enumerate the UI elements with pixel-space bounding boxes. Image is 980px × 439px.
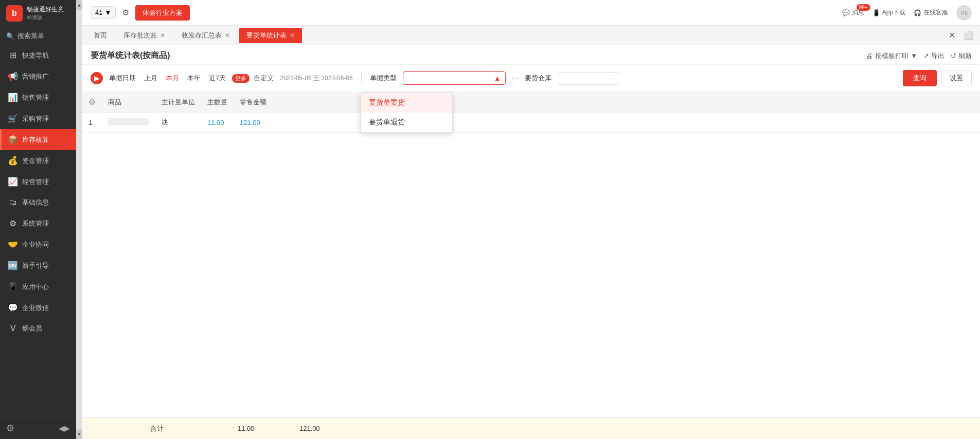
maximize-tab-btn[interactable]: ⬜ <box>961 29 976 41</box>
store-selector[interactable]: 41 ▼ <box>91 6 116 19</box>
phone-icon: 📱 <box>872 9 880 16</box>
messages-badge: 99+ <box>857 4 870 11</box>
last-month-btn[interactable]: 上月 <box>142 72 159 84</box>
sidebar-item-apps[interactable]: 📱 应用中心 <box>0 276 76 297</box>
store-chevron-icon: ▼ <box>104 9 111 16</box>
last-7days-btn[interactable]: 近7天 <box>207 72 228 84</box>
sidebar-item-wechat[interactable]: 💬 企业微信 <box>0 297 76 318</box>
table-footer: 合计 11.00 121.00 <box>82 417 980 439</box>
nav-label-enterprise: 企业协同 <box>22 240 49 249</box>
sidebar-item-guide[interactable]: 🆕 新手引导 <box>0 255 76 276</box>
refresh-btn[interactable]: ↺ 刷新 <box>951 51 972 61</box>
sidebar-item-marketing[interactable]: 📢 营销推广 <box>0 66 76 87</box>
filter-expand-btn[interactable]: ▶ <box>91 72 103 84</box>
app-title: 畅捷通好生意 <box>27 6 64 14</box>
search-icon: 🔍 <box>6 32 14 40</box>
tab-order-stats[interactable]: 要货单统计表✕ <box>239 28 302 43</box>
search-label: 搜索菜单 <box>17 31 44 41</box>
nav-icon-operations: 📈 <box>8 177 18 187</box>
nav-icon-system: ⚙ <box>8 218 18 228</box>
dropdown-item-require-order[interactable]: 要货单要货 <box>361 93 452 113</box>
nav-icon-quick-nav: ⊞ <box>8 50 18 60</box>
filter-bar: ▶ 单据日期 上月 本月 本年 近7天 更多 自定义 2023-05-06 至 … <box>82 65 980 92</box>
this-month-btn[interactable]: 本月 <box>164 72 181 84</box>
type-input[interactable] <box>407 75 494 82</box>
collapse-icon[interactable]: ◀▶ <box>59 424 70 432</box>
col-retail-amount: 零售金额 <box>234 92 273 113</box>
export-btn[interactable]: ↗ 导出 <box>923 51 945 61</box>
sidebar-item-enterprise[interactable]: 🤝 企业协同 <box>0 234 76 255</box>
sidebar-item-sales[interactable]: 📊 销售管理 <box>0 87 76 108</box>
more-badge[interactable]: 更多 <box>232 74 250 83</box>
sidebar-scrollbar: ▲ ▼ <box>76 0 82 439</box>
sidebar-item-inventory[interactable]: 📦 库存核算 <box>0 129 76 150</box>
sidebar-nav: ⊞ 快捷导航 📢 营销推广 📊 销售管理 🛒 采购管理 📦 库存核算 💰 资金管… <box>0 45 76 417</box>
this-year-btn[interactable]: 本年 <box>185 72 203 84</box>
type-label: 单据类型 <box>370 74 397 83</box>
nav-icon-marketing: 📢 <box>8 71 18 81</box>
sidebar: b 畅捷通好生意 标准版 🔍 搜索菜单 ⊞ 快捷导航 📢 营销推广 📊 销售管理… <box>0 0 76 439</box>
tabs-bar: 首页库存批次账✕收发存汇总表✕要货单统计表✕ ✕ ⬜ <box>82 26 980 45</box>
app-subtitle: 标准版 <box>27 14 64 21</box>
scroll-up[interactable]: ▲ <box>76 0 82 10</box>
content-area: 要货单统计表(按商品) 🖨 按模板打印 ▼ ↗ 导出 ↺ 刷新 ▶ <box>82 45 980 439</box>
table-container: ⚙ 商品 主计量单位 主数量 零售金额 1 块 11.00 121.00 <box>82 92 980 417</box>
dropdown-item-require-return[interactable]: 要货单退货 <box>361 113 452 132</box>
sidebar-item-system[interactable]: ⚙ 系统管理 <box>0 213 76 234</box>
warehouse-input[interactable]: ··· <box>558 72 619 85</box>
tab-receivable-summary[interactable]: 收发存汇总表✕ <box>174 28 237 43</box>
nav-icon-enterprise: 🤝 <box>8 240 18 249</box>
nav-label-purchase: 采购管理 <box>22 114 49 123</box>
sidebar-item-purchase[interactable]: 🛒 采购管理 <box>0 108 76 129</box>
sidebar-item-finance[interactable]: 💰 资金管理 <box>0 150 76 171</box>
filter-actions: 查询 设置 <box>903 70 972 86</box>
nav-label-inventory: 库存核算 <box>22 135 49 144</box>
nav-label-base: 基础信息 <box>22 198 49 207</box>
tab-close-order-stats[interactable]: ✕ <box>290 32 295 39</box>
cell-unit-0: 块 <box>155 113 201 133</box>
nav-label-operations: 经营管理 <box>22 177 49 187</box>
col-product: 商品 <box>102 92 155 113</box>
footer-main-qty: 11.00 <box>231 425 293 432</box>
app-download-btn[interactable]: 📱 App下载 <box>872 8 905 17</box>
search-menu[interactable]: 🔍 搜索菜单 <box>0 27 76 45</box>
sidebar-item-vip[interactable]: V 畅会员 <box>0 318 76 339</box>
col-unit: 主计量单位 <box>155 92 201 113</box>
user-name: Rit <box>960 10 967 16</box>
online-service-btn[interactable]: 🎧 在线客服 <box>914 8 948 17</box>
trial-btn[interactable]: 体验行业方案 <box>135 5 190 21</box>
messages-btn[interactable]: 💬 消息 99+ <box>842 8 864 17</box>
tab-close-inventory-batch[interactable]: ✕ <box>160 32 165 39</box>
close-tab-btn[interactable]: ✕ <box>947 29 957 41</box>
cell-product-0 <box>102 113 155 133</box>
nav-label-sales: 销售管理 <box>22 93 49 102</box>
custom-date-btn[interactable]: 自定义 <box>254 74 274 83</box>
nav-icon-base: 🗂 <box>8 198 18 207</box>
table-settings-icon[interactable]: ⚙ <box>88 98 96 106</box>
col-main-qty: 主数量 <box>201 92 234 113</box>
main-area: 41 ▼ ⚙ 体验行业方案 💬 消息 99+ 📱 App下载 🎧 在线客服 <box>82 0 980 439</box>
scroll-down[interactable]: ▼ <box>76 429 82 439</box>
user-avatar[interactable]: Rit <box>956 5 972 21</box>
sidebar-footer: ⚙ ◀▶ <box>0 417 76 439</box>
type-dropdown: 要货单要货 要货单退货 <box>360 93 453 133</box>
settings-icon[interactable]: ⚙ <box>6 423 14 434</box>
sidebar-item-base[interactable]: 🗂 基础信息 <box>0 192 76 213</box>
tab-close-receivable-summary[interactable]: ✕ <box>225 32 230 39</box>
print-template-btn[interactable]: 🖨 按模板打印 ▼ <box>866 51 917 61</box>
nav-icon-apps: 📱 <box>8 282 18 291</box>
type-input-wrapper[interactable]: ▲ <box>403 71 506 85</box>
query-btn[interactable]: 查询 <box>903 70 937 86</box>
settings-btn[interactable]: 设置 <box>941 70 972 86</box>
tab-inventory-batch[interactable]: 库存批次账✕ <box>116 28 172 43</box>
footer-label: 合计 <box>109 424 170 433</box>
date-label: 单据日期 <box>109 74 136 83</box>
sidebar-item-quick-nav[interactable]: ⊞ 快捷导航 <box>0 45 76 66</box>
settings-gear-icon[interactable]: ⚙ <box>122 8 129 17</box>
sidebar-item-operations[interactable]: 📈 经营管理 <box>0 171 76 192</box>
nav-icon-finance: 💰 <box>8 156 18 166</box>
tab-home[interactable]: 首页 <box>86 28 114 43</box>
topbar-icon-group: 💬 消息 99+ 📱 App下载 🎧 在线客服 Rit <box>842 5 972 21</box>
col-settings: ⚙ <box>82 92 102 113</box>
more-options-icon[interactable]: ··· <box>512 74 519 83</box>
